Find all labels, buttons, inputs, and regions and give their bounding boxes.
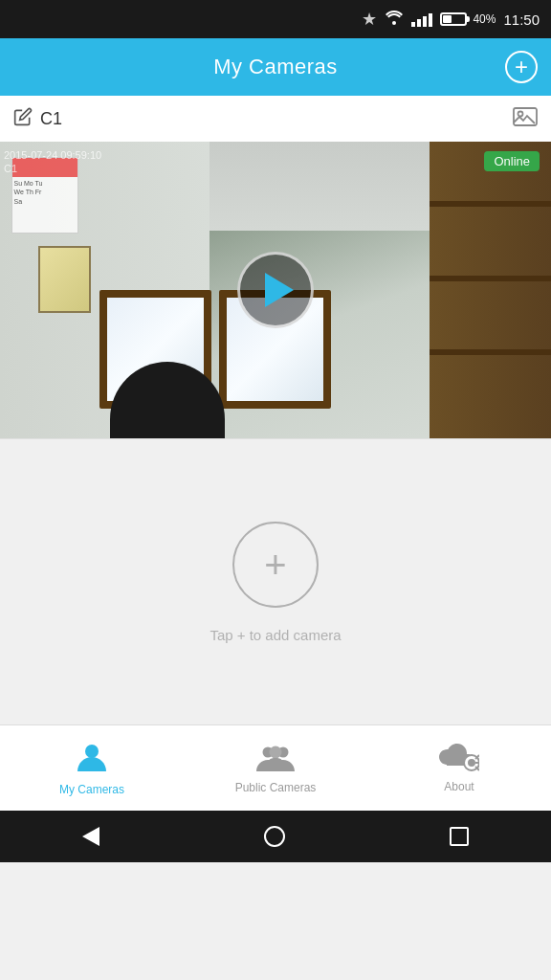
my-cameras-icon xyxy=(75,741,109,779)
edit-icon[interactable] xyxy=(13,107,33,131)
gallery-icon[interactable] xyxy=(513,105,538,132)
about-icon xyxy=(439,744,479,776)
add-camera-header-button[interactable]: + xyxy=(505,51,538,83)
status-bar: ★ 40% 11:50 xyxy=(0,0,551,38)
nav-label-about: About xyxy=(444,780,474,793)
camera-card: C1 Su Mo TuWe Th FrSa xyxy=(0,96,551,439)
picture-frame xyxy=(38,246,91,313)
status-time: 11:50 xyxy=(503,11,540,28)
cam-label: C1 xyxy=(4,163,17,174)
app-title: My Cameras xyxy=(213,55,338,79)
nav-item-public-cameras[interactable]: Public Cameras xyxy=(185,743,366,794)
svg-point-7 xyxy=(468,759,475,767)
camera-name: C1 xyxy=(40,109,62,129)
camera-row-header: C1 xyxy=(0,96,551,142)
add-camera-section: + Tap + to add camera xyxy=(0,439,551,724)
svg-point-5 xyxy=(269,746,281,758)
battery-percent: 40% xyxy=(473,12,496,26)
camera-thumbnail[interactable]: Su Mo TuWe Th FrSa 2015-07-24 09:59:10 C… xyxy=(0,142,551,438)
bottom-nav: My Cameras Public Cameras About xyxy=(0,724,551,811)
nav-label-my-cameras: My Cameras xyxy=(59,783,124,796)
wifi-icon xyxy=(385,10,404,29)
play-button[interactable] xyxy=(237,252,314,328)
back-button[interactable] xyxy=(82,827,99,846)
add-camera-button[interactable]: + xyxy=(232,522,319,608)
battery-indicator: 40% xyxy=(440,12,496,26)
star-icon: ★ xyxy=(362,9,377,30)
home-button[interactable] xyxy=(264,826,285,847)
public-cameras-icon xyxy=(256,743,295,777)
android-nav-bar xyxy=(0,811,551,862)
svg-point-2 xyxy=(85,745,99,758)
play-triangle-icon xyxy=(265,273,294,307)
nav-label-public-cameras: Public Cameras xyxy=(235,781,317,794)
signal-bars xyxy=(411,11,432,27)
nav-item-my-cameras[interactable]: My Cameras xyxy=(1,741,183,796)
calendar-decoration: Su Mo TuWe Th FrSa xyxy=(11,157,78,234)
app-bar: My Cameras + xyxy=(0,38,551,96)
add-camera-plus-icon: + xyxy=(264,546,286,584)
nav-item-about[interactable]: About xyxy=(368,744,550,793)
add-camera-hint: Tap + to add camera xyxy=(209,627,341,643)
online-badge: Online xyxy=(484,151,540,171)
svg-point-1 xyxy=(518,112,523,117)
date-overlay: 2015-07-24 09:59:10 xyxy=(4,149,101,161)
recents-button[interactable] xyxy=(450,827,469,846)
